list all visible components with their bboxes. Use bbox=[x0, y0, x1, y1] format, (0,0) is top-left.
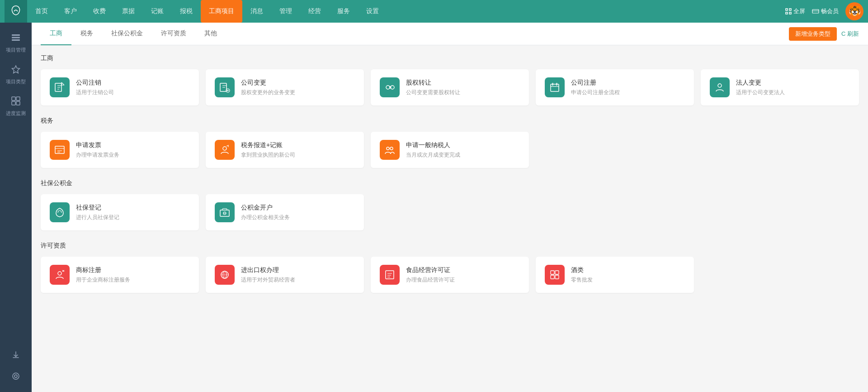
alcohol-icon bbox=[545, 265, 565, 285]
card-title: 公司变更 bbox=[241, 79, 295, 87]
general-taxpayer-icon bbox=[380, 140, 400, 160]
svg-point-12 bbox=[13, 373, 19, 379]
card-title: 申请发票 bbox=[76, 141, 119, 149]
section-title-shebao: 社保公积金 bbox=[41, 179, 859, 187]
social-insurance-icon bbox=[50, 202, 70, 222]
mascot-icon[interactable]: 🐯 bbox=[845, 2, 863, 20]
card-desc: 适用于公司变更法人 bbox=[736, 89, 785, 96]
new-type-button[interactable]: 新增业务类型 bbox=[789, 27, 837, 41]
card-text: 进出口权办理 适用于对外贸易经营者 bbox=[241, 266, 295, 284]
svg-rect-5 bbox=[12, 34, 20, 36]
nav-accounting[interactable]: 记账 bbox=[143, 0, 172, 23]
card-desc: 股权变更外的业务变更 bbox=[241, 89, 295, 96]
section-title-shuiwu: 税务 bbox=[41, 117, 859, 125]
svg-point-29 bbox=[58, 272, 61, 275]
nav-message[interactable]: 消息 bbox=[242, 0, 271, 23]
section-xuke: 许可资质 商标注册 用于企业商标注册服务 bbox=[41, 242, 859, 293]
nav-invoice[interactable]: 票据 bbox=[114, 0, 143, 23]
section-shuiwu: 税务 申请发票 办理申请发票业务 bbox=[41, 117, 859, 168]
card-text: 社保登记 进行人员社保登记 bbox=[76, 204, 119, 221]
food-license-icon bbox=[380, 265, 400, 285]
tab-shebao[interactable]: 社保公积金 bbox=[102, 23, 152, 45]
card-desc: 用于企业商标注册服务 bbox=[76, 276, 130, 284]
card-text: 酒类 零售批发 bbox=[571, 266, 593, 284]
card-text: 公司注册 申请公司注册全流程 bbox=[571, 79, 620, 96]
card-tax-accounting[interactable]: 税务报道+记账 拿到营业执照的新公司 bbox=[206, 132, 364, 168]
svg-rect-6 bbox=[12, 37, 20, 38]
sidebar-item-project-manage[interactable]: 项目管理 bbox=[0, 27, 32, 59]
svg-rect-36 bbox=[555, 275, 559, 279]
nav-business[interactable]: 工商项目 bbox=[201, 0, 242, 23]
card-text: 申请一般纳税人 当月或次月成变更完成 bbox=[406, 141, 460, 159]
card-desc: 拿到营业执照的新公司 bbox=[241, 151, 295, 159]
main-layout: 项目管理 项目类型 进度监测 bbox=[0, 23, 868, 392]
sidebar-item-progress[interactable]: 进度监测 bbox=[0, 91, 32, 122]
svg-point-24 bbox=[223, 147, 226, 150]
project-manage-icon bbox=[11, 33, 21, 45]
svg-rect-7 bbox=[12, 39, 20, 41]
sidebar-item-download[interactable] bbox=[0, 345, 32, 366]
card-provident-fund[interactable]: 公积金开户 办理公积金相关业务 bbox=[206, 194, 364, 230]
card-text: 公司变更 股权变更外的业务变更 bbox=[241, 79, 295, 96]
svg-rect-11 bbox=[16, 101, 20, 105]
tab-actions: 新增业务类型 C 刷新 bbox=[789, 27, 859, 41]
svg-point-13 bbox=[14, 375, 17, 378]
company-change-icon bbox=[215, 77, 235, 97]
svg-rect-34 bbox=[555, 271, 559, 274]
nav-settings[interactable]: 设置 bbox=[358, 0, 387, 23]
svg-rect-9 bbox=[16, 97, 20, 100]
card-title: 社保登记 bbox=[76, 204, 119, 212]
nav-service[interactable]: 服务 bbox=[329, 0, 358, 23]
card-company-cancel[interactable]: 公司注销 适用于注销公司 bbox=[41, 69, 199, 105]
sidebar-item-project-type[interactable]: 项目类型 bbox=[0, 59, 32, 91]
import-export-icon bbox=[215, 265, 235, 285]
card-text: 申请发票 办理申请发票业务 bbox=[76, 141, 119, 159]
card-social-insurance[interactable]: 社保登记 进行人员社保登记 bbox=[41, 194, 199, 230]
svg-rect-4 bbox=[812, 10, 819, 13]
shebao-cards: 社保登记 进行人员社保登记 公积金开户 办理公积金相关业务 bbox=[41, 194, 859, 230]
svg-point-26 bbox=[390, 147, 393, 150]
card-text: 法人变更 适用于公司变更法人 bbox=[736, 79, 785, 96]
section-title-gongshang: 工商 bbox=[41, 54, 859, 62]
nav-fee[interactable]: 收费 bbox=[85, 0, 114, 23]
tab-gongshang[interactable]: 工商 bbox=[41, 23, 71, 45]
nav-customer[interactable]: 客户 bbox=[56, 0, 85, 23]
card-title: 税务报道+记账 bbox=[241, 141, 295, 149]
card-title: 进出口权办理 bbox=[241, 266, 295, 274]
card-title: 法人变更 bbox=[736, 79, 785, 87]
company-register-icon bbox=[545, 77, 565, 97]
vip-button[interactable]: 畅会员 bbox=[812, 7, 839, 15]
card-trademark[interactable]: 商标注册 用于企业商标注册服务 bbox=[41, 257, 199, 293]
card-desc: 办理申请发票业务 bbox=[76, 151, 119, 159]
sidebar-item-settings2[interactable] bbox=[0, 366, 32, 387]
card-title: 食品经营许可证 bbox=[406, 266, 455, 274]
refresh-button[interactable]: C 刷新 bbox=[841, 30, 859, 38]
card-desc: 当月或次月成变更完成 bbox=[406, 151, 460, 159]
nav-tax-report[interactable]: 报税 bbox=[172, 0, 201, 23]
tab-xuke[interactable]: 许可资质 bbox=[152, 23, 195, 45]
shuiwu-cards: 申请发票 办理申请发票业务 税务报道+记账 拿到营业执照的新公司 bbox=[41, 132, 859, 168]
card-text: 食品经营许可证 办理食品经营许可证 bbox=[406, 266, 455, 284]
fullscreen-button[interactable]: 全屏 bbox=[785, 7, 805, 15]
top-navigation: 首页 客户 收费 票据 记账 报税 工商项目 消息 管理 经营 服务 设置 全屏… bbox=[0, 0, 868, 23]
card-general-taxpayer[interactable]: 申请一般纳税人 当月或次月成变更完成 bbox=[371, 132, 529, 168]
card-desc: 适用于对外贸易经营者 bbox=[241, 276, 295, 284]
tab-other[interactable]: 其他 bbox=[195, 23, 226, 45]
nav-home[interactable]: 首页 bbox=[27, 0, 56, 23]
card-legal-change[interactable]: 法人变更 适用于公司变更法人 bbox=[701, 69, 859, 105]
card-import-export[interactable]: 进出口权办理 适用于对外贸易经营者 bbox=[206, 257, 364, 293]
card-alcohol[interactable]: 酒类 零售批发 bbox=[536, 257, 694, 293]
apply-invoice-icon bbox=[50, 140, 70, 160]
main-content: 工商 公司注销 适用于注销公司 bbox=[32, 45, 868, 392]
card-company-register[interactable]: 公司注册 申请公司注册全流程 bbox=[536, 69, 694, 105]
nav-manage[interactable]: 管理 bbox=[271, 0, 300, 23]
svg-point-25 bbox=[387, 147, 389, 150]
card-company-change[interactable]: 公司变更 股权变更外的业务变更 bbox=[206, 69, 364, 105]
card-equity-transfer[interactable]: 股权转让 公司变更需要股权转让 bbox=[371, 69, 529, 105]
card-food-license[interactable]: 食品经营许可证 办理食品经营许可证 bbox=[371, 257, 529, 293]
download-icon bbox=[11, 350, 20, 361]
nav-operation[interactable]: 经营 bbox=[300, 0, 329, 23]
card-apply-invoice[interactable]: 申请发票 办理申请发票业务 bbox=[41, 132, 199, 168]
tab-shuiwu[interactable]: 税务 bbox=[71, 23, 102, 45]
svg-rect-10 bbox=[12, 101, 15, 105]
